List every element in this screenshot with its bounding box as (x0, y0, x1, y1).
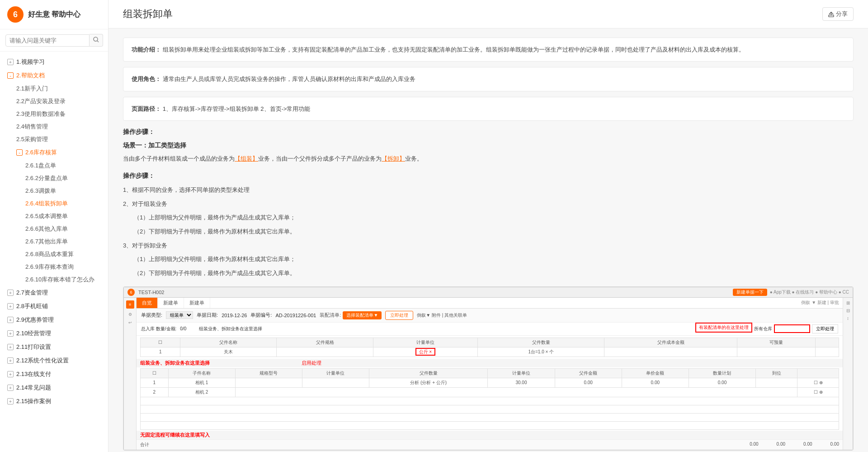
plus-icon5: + (7, 330, 14, 337)
sidebar-item-assembly[interactable]: 2.6.4组装拆卸单 (0, 197, 108, 210)
main-header: 组装拆卸单 分享 (108, 0, 868, 29)
plus-icon8: + (7, 371, 14, 377)
main-content: 组装拆卸单 分享 功能介绍： 组装拆卸单用来处理企业组装或拆卸等加工业务，支持有… (108, 0, 868, 452)
mockup-tab-1[interactable]: 新建单 (158, 298, 184, 308)
scene1-title: 场景一：加工类型选择 (123, 142, 854, 150)
search-button[interactable] (90, 34, 103, 47)
sidebar-item-other-in[interactable]: 2.6.6其他入库单 (0, 223, 108, 235)
search-input[interactable] (5, 34, 90, 47)
app-name: 好生意 帮助中心 (28, 10, 80, 19)
plus-icon7: + (7, 357, 14, 364)
sidebar-item-docs[interactable]: - 2.帮助文档 (0, 69, 108, 82)
sidebar-item-cost-recalc[interactable]: 2.6.8商品成本重算 (0, 248, 108, 261)
mockup-new-btn[interactable]: 新建单据一下 (733, 289, 767, 296)
mockup-type-select[interactable]: 组装单 (166, 311, 193, 319)
sidebar-item-data-prep[interactable]: 2.3使用前数据准备 (0, 108, 108, 120)
mockup-child-table-wrap: ☐ 子件名称 规格型号 计量单位 父件数量 计量单位 父件金额 单价金额 (137, 367, 843, 431)
search-box (0, 29, 108, 52)
role-text: 通常由生产人员或库管人员完成拆装业务的操作，库管人员确认原材料的出库和产成品的入… (163, 76, 415, 82)
unit-highlight: 公斤 × (415, 348, 436, 356)
sidebar-item-cost-adjust[interactable]: 2.6.5成本调整单 (0, 210, 108, 223)
share-button[interactable]: 分享 (822, 7, 854, 21)
mockup-icon2: ⚙ (128, 310, 132, 319)
sidebar-item-coupon[interactable]: + 2.9优惠券管理 (0, 313, 108, 327)
mockup-tab-actions: 倒叙 ▼ 新建 | 审批 (797, 298, 843, 308)
sidebar-item-other-out[interactable]: 2.6.7其他出库单 (0, 235, 108, 248)
screenshot-container: 6 TEST-H002 新建单据一下 ● App下载 ● 在线练习 ● 帮助中心… (123, 286, 854, 451)
sidebar-item-payment[interactable]: + 2.13在线支付 (0, 367, 108, 381)
col-avail: 可预量 (737, 338, 815, 347)
mockup-extra-btns: 倒叙▼ 附件 | 其他关联单 (417, 312, 467, 319)
col-action (815, 338, 839, 347)
sidebar-item-sales[interactable]: 2.4销售管理 (0, 120, 108, 133)
col-child-spec: 规格型号 (235, 368, 302, 378)
sidebar-item-operations[interactable]: + 2.10经营管理 (0, 327, 108, 340)
annotation-assembly-text: 组装业务、拆卸业务在这里选择 (140, 360, 210, 366)
svg-rect-3 (829, 15, 834, 17)
plus-icon10: + (7, 398, 14, 404)
sidebar-item-purchase[interactable]: 2.5采购管理 (0, 133, 108, 146)
mockup-company: TEST-H002 (138, 290, 164, 295)
sidebar-item-install[interactable]: 2.2产品安装及登录 (0, 95, 108, 108)
sidebar-item-video[interactable]: + 1.视频学习 (0, 55, 108, 69)
table-row: 1 关木 公斤 × 1台=1.0 × 个 (141, 347, 839, 357)
table-row: 2 相机 2 ☐ ⊕ (141, 387, 839, 397)
cell-cost (604, 347, 737, 357)
sidebar-section-label: 2.9优惠券管理 (16, 316, 54, 324)
sidebar-item-print[interactable]: + 2.11打印设置 (0, 340, 108, 354)
content-area: 功能介绍： 组装拆卸单用来处理企业组装或拆卸等加工业务，支持有固定装配清单的产品… (108, 29, 868, 452)
sidebar-item-stock-ledger[interactable]: 2.6.9库存账本查询 (0, 261, 108, 273)
sidebar-item-stock-partial[interactable]: 2.6.2分量盘点单 (0, 172, 108, 185)
sidebar-item-newbie[interactable]: 2.1新手入门 (0, 82, 108, 95)
sidebar-item-cases[interactable]: + 2.15操作案例 (0, 395, 108, 408)
cell-op (815, 347, 839, 357)
mockup-bom-btn[interactable]: 选择装配清单▼ (343, 311, 382, 319)
role-block: 使用角色： 通常由生产人员或库管人员完成拆装业务的操作，库管人员确认原材料的出库… (123, 67, 854, 91)
cell-child-spec (235, 378, 302, 387)
table-row-empty6 (141, 421, 839, 429)
mockup-tabs: 自览 新建单 新建单 倒叙 ▼ 新建 | 审批 (137, 298, 843, 309)
sidebar-item-finance[interactable]: + 2.7资金管理 (0, 286, 108, 300)
mockup-num-val: 0/0 (180, 326, 186, 331)
footer-val3: 0.00 (803, 442, 812, 448)
sidebar-item-transfer[interactable]: 2.6.3调拨单 (0, 185, 108, 197)
intro-label: 功能介绍： (132, 46, 161, 53)
sidebar-item-stock-check[interactable]: 2.6.1盘点单 (0, 159, 108, 172)
ops-title: 操作步骤： (123, 128, 854, 136)
intro-block: 功能介绍： 组装拆卸单用来处理企业组装或拆卸等加工业务，支持有固定装配清单的产品… (123, 38, 854, 62)
mockup-title-right: 新建单据一下 ● App下载 ● 在线练习 ● 帮助中心 ● CC (733, 289, 849, 296)
step-2-1: （1）上部明细为父件明细，最终作为产成品生成其它入库单； (123, 212, 854, 224)
cell-qty: 1台=1.0 × 个 (478, 347, 604, 357)
col-unit: 计量单位 (373, 338, 478, 347)
svg-line-1 (97, 41, 99, 42)
mockup-store-input[interactable] (774, 324, 810, 333)
sidebar-item-mobile[interactable]: + 2.8手机旺铺 (0, 300, 108, 313)
col-check: ☐ (141, 338, 180, 347)
sidebar-section-label: 2.13在线支付 (16, 370, 51, 378)
plus-icon: + (7, 59, 14, 65)
path-block: 页面路径： 1、库存核算->库存管理->组装拆卸单 2、首页->常用功能 (123, 97, 854, 121)
mockup-date-label: 单据日期: (197, 312, 218, 319)
logo-icon: 6 (7, 6, 24, 23)
scene1-desc: 当由多个子件材料组装成一个成品的业务为【组装】业务，当由一个父件拆分成多个子产品… (123, 153, 854, 165)
step-1: 1、根据不同的业务，选择不同单据的类型来处理 (123, 185, 854, 196)
sidebar-item-system[interactable]: + 2.12系统个性化设置 (0, 354, 108, 367)
table-row: 1 相机 1 分析 (分析 + 公斤) 30.00 0.00 0.00 (141, 378, 839, 387)
mockup-process-btn[interactable]: 立即处理 (385, 311, 413, 320)
mockup-annotation1-wrapper: 总入库 数量/金额: 0/0 组装业务、拆卸业务在这里选择 所有仓库 立即处理 (137, 323, 843, 450)
step-2-2: （2）下部明细为子件明细，最终作为原材料生成其它出库单。 (123, 226, 854, 238)
sidebar-item-stock-error[interactable]: 2.6.10库存账本错了怎么办 (0, 273, 108, 286)
mockup-tab-2[interactable]: 新建单 (184, 298, 210, 308)
col-child-unit2: 计量单位 (488, 368, 555, 378)
sidebar-section-label: 2.15操作案例 (16, 397, 51, 405)
mockup-apply-btn[interactable]: 立即处理 (812, 324, 838, 333)
mockup-bom-area: 装配清单: 选择装配清单▼ (320, 311, 382, 319)
sidebar-item-inventory[interactable]: - 2.6库存核算 (0, 146, 108, 159)
sidebar-item-faq[interactable]: + 2.14常见问题 (0, 381, 108, 395)
sidebar-section-label: 2.11打印设置 (16, 343, 51, 351)
mockup-tab-active[interactable]: 自览 (137, 298, 158, 308)
mockup-type-label: 单据类型: (141, 312, 162, 319)
footer-val4: 0.00 (830, 442, 839, 448)
annotation2-wrapper: 组装业务、拆卸业务在这里选择 启用处理 (137, 359, 843, 367)
cell-child-price: 0.00 (622, 378, 689, 387)
